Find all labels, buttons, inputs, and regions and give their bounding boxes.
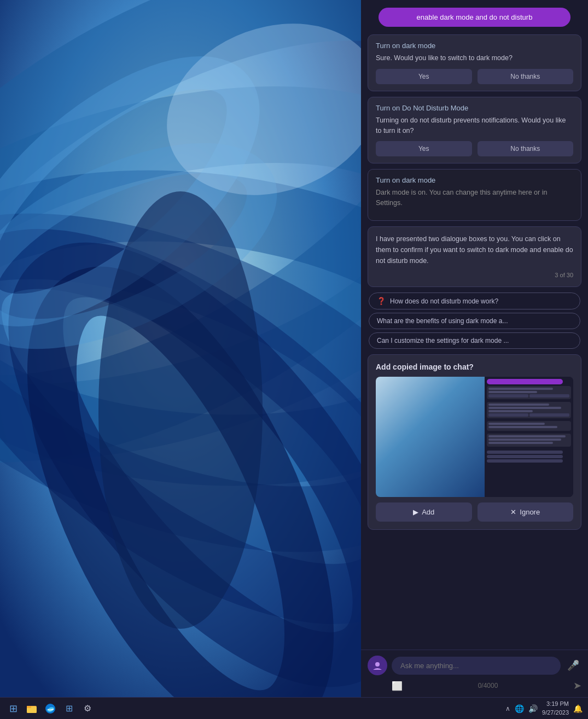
taskbar-start-button[interactable]: ⊞ [5,701,21,716]
card-dnd-title: Turn on Do Not Disturb Mode [376,104,573,112]
card-dark-on-body: Dark mode is on. You can change this any… [376,188,573,208]
taskbar-left: ⊞ ⊞ ⚙ [5,701,95,716]
taskbar-windows-store[interactable]: ⊞ [61,701,77,716]
preview-card-3 [487,421,571,431]
input-bottom-row: ⬜ 0/4000 ➤ [368,680,581,692]
taskbar-settings[interactable]: ⚙ [80,701,95,716]
ignore-label: Ignore [520,508,540,516]
svg-point-12 [375,662,380,667]
card-turn-on-dark-mode: Turn on dark mode Sure. Would you like t… [368,34,581,91]
chat-input-row: 🎤 [368,656,581,675]
suggestion-chips: ❓ How does do not disturb mode work? Wha… [368,293,581,349]
send-button[interactable]: ➤ [573,680,581,692]
message-text: I have presented two dialogue boxes to y… [376,233,573,266]
card-dnd-no[interactable]: No thanks [478,141,574,156]
screenshot-button[interactable]: ⬜ [392,681,403,691]
avatar [368,656,387,675]
add-image-card: Add copied image to chat? [368,354,581,530]
action-button-dark-mode-dnd[interactable]: enable dark mode and do not disturb [379,8,571,27]
add-image-title: Add copied image to chat? [376,363,573,371]
chat-input[interactable] [392,657,561,675]
question-icon: ❓ [377,297,386,305]
add-image-button[interactable]: ▶ Add [376,502,472,522]
image-action-buttons: ▶ Add ✕ Ignore [376,502,573,522]
clock-date: 9/27/2023 [542,709,569,717]
preview-card-1 [487,386,571,399]
svg-rect-15 [27,706,31,708]
chip-benefits-dark-label: What are the benefits of using dark mode… [377,317,508,325]
preview-purple-chip [487,379,563,384]
taskbar: ⊞ ⊞ ⚙ ∧ 🌐 🔊 3:19 PM 9/27/2023 🔔 [0,697,588,719]
card-do-not-disturb: Turn on Do Not Disturb Mode Turning on d… [368,97,581,164]
clock-time: 3:19 PM [542,700,569,708]
svg-point-10 [98,191,263,629]
chat-input-area: 🎤 ⬜ 0/4000 ➤ [361,650,588,697]
preview-card-2 [487,402,571,418]
close-icon: ✕ [510,508,516,516]
image-preview [376,377,573,497]
chat-panel: enable dark mode and do not disturb Turn… [361,0,588,697]
preview-wallpaper-thumb [376,377,485,497]
message-counter: 3 of 30 [376,271,573,280]
notification-icon[interactable]: 🔔 [573,704,583,713]
card-dark-on-title: Turn on dark mode [376,176,573,184]
card-turn-dark-buttons: Yes No thanks [376,69,573,84]
card-turn-dark-no[interactable]: No thanks [478,69,574,84]
taskbar-right: ∧ 🌐 🔊 3:19 PM 9/27/2023 🔔 [505,700,583,717]
taskbar-clock[interactable]: 3:19 PM 9/27/2023 [542,700,569,717]
chip-how-dnd[interactable]: ❓ How does do not disturb mode work? [369,293,580,309]
add-label: Add [422,508,434,516]
char-count: 0/4000 [478,682,498,689]
chip-customize-dark-label: Can I customize the settings for dark mo… [377,337,509,344]
card-dnd-body: Turning on do not disturb prevents notif… [376,115,573,136]
wallpaper-panel [0,0,361,697]
volume-icon[interactable]: 🔊 [528,704,538,713]
chevron-up-icon[interactable]: ∧ [505,705,510,712]
preview-chat-thumb [485,377,573,497]
preview-message [487,434,571,447]
ignore-image-button[interactable]: ✕ Ignore [478,502,574,522]
card-dnd-yes[interactable]: Yes [376,141,472,156]
play-icon: ▶ [413,508,418,516]
taskbar-file-explorer[interactable] [24,701,39,716]
chat-messages: enable dark mode and do not disturb Turn… [361,0,588,650]
chip-how-dnd-label: How does do not disturb mode work? [390,297,498,305]
network-icon[interactable]: 🌐 [515,704,524,713]
card-dark-mode-on: Turn on dark mode Dark mode is on. You c… [368,169,581,221]
card-dnd-buttons: Yes No thanks [376,141,573,156]
card-turn-dark-yes[interactable]: Yes [376,69,472,84]
card-turn-dark-body: Sure. Would you like to switch to dark m… [376,53,573,63]
card-turn-dark-title: Turn on dark mode [376,42,573,50]
chip-customize-dark[interactable]: Can I customize the settings for dark mo… [369,332,580,349]
taskbar-edge[interactable] [43,701,58,716]
chip-benefits-dark[interactable]: What are the benefits of using dark mode… [369,313,580,329]
mic-button[interactable]: 🎤 [565,657,581,674]
message-bubble: I have presented two dialogue boxes to y… [368,226,581,288]
